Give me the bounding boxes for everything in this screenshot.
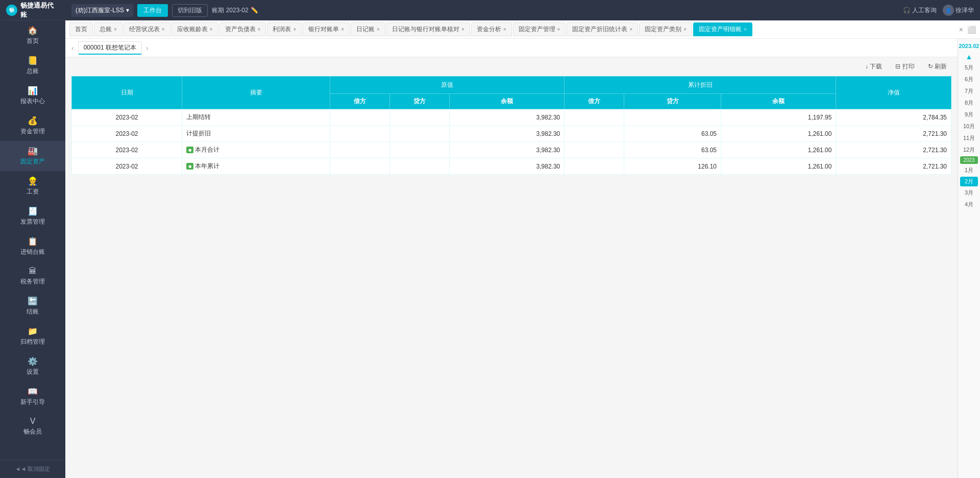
date-month-item[interactable]: 7月 — [958, 85, 980, 97]
tab-item-0[interactable]: 首页 — [69, 22, 93, 36]
tab-item-10[interactable]: 固定资产管理× — [513, 22, 566, 36]
date-month-item[interactable]: 6月 — [958, 74, 980, 85]
tab-item-3[interactable]: 应收账龄表× — [172, 22, 218, 36]
cell-net-3: 2,721.30 — [836, 158, 951, 175]
sidebar-icon-10: 📁 — [28, 326, 38, 336]
col-yuanzhi: 原值 — [330, 77, 565, 94]
tab-item-1[interactable]: 总账× — [94, 22, 122, 36]
sidebar-icon-2: 📊 — [28, 86, 38, 95]
cell-ld-0 — [565, 109, 624, 126]
col-l-debit: 借方 — [565, 94, 624, 109]
tab-close-6[interactable]: × — [341, 27, 344, 32]
tab-close-8[interactable]: × — [461, 27, 464, 32]
tab-item-6[interactable]: 银行对账单× — [303, 22, 350, 36]
period-value: 2023-02 — [226, 7, 249, 14]
sidebar-unpin[interactable]: ◄◄ 取消固定 — [0, 460, 65, 478]
date-month-item[interactable]: 9月 — [958, 109, 980, 121]
sidebar-item-11[interactable]: ⚙️设置 — [0, 351, 65, 381]
tab-label-0: 首页 — [75, 25, 87, 34]
close-all-icon[interactable]: × — [959, 26, 963, 34]
tab-item-2[interactable]: 经营状况表× — [124, 22, 170, 36]
refresh-button[interactable]: ↻ 刷新 — [923, 60, 951, 73]
tab-close-4[interactable]: × — [258, 27, 261, 32]
date-month-item[interactable]: 2月 — [960, 177, 977, 186]
tab-label-6: 银行对账单 — [308, 25, 339, 34]
tab-close-9[interactable]: × — [503, 27, 506, 32]
tab-item-13[interactable]: 固定资产明细账× — [693, 22, 752, 36]
sidebar-item-6[interactable]: 🧾发票管理 — [0, 201, 65, 231]
tab-item-8[interactable]: 日记账与银行对账单核对× — [386, 22, 470, 36]
switch-old-button[interactable]: 切到旧版 — [172, 4, 208, 17]
date-month-item[interactable]: 10月 — [958, 121, 980, 132]
sidebar: 畅 畅捷通易代账 🏠首页📒总账📊报表中心💰资金管理🏭固定资产👷工资🧾发票管理📋进… — [0, 0, 65, 478]
date-month-item[interactable]: 5月 — [958, 62, 980, 74]
date-month-item[interactable]: 3月 — [958, 187, 980, 199]
tab-label-13: 固定资产明细账 — [699, 25, 742, 34]
service-label: 人工客询 — [912, 6, 937, 15]
sidebar-item-7[interactable]: 📋进销台账 — [0, 231, 65, 261]
tab-close-1[interactable]: × — [114, 27, 117, 32]
tag-2: ■ — [186, 147, 193, 153]
sidebar-item-3[interactable]: 💰资金管理 — [0, 111, 65, 141]
tab-item-4[interactable]: 资产负债表× — [219, 22, 266, 36]
tab-item-11[interactable]: 固定资产折旧统计表× — [567, 22, 638, 36]
date-month-item[interactable]: 8月 — [958, 97, 980, 109]
sidebar-item-5[interactable]: 👷工资 — [0, 171, 65, 201]
tab-item-12[interactable]: 固定资产类别× — [639, 22, 692, 36]
tab-close-10[interactable]: × — [557, 27, 560, 32]
sidebar-label-7: 进销台账 — [20, 248, 45, 256]
cell-yd-2 — [330, 142, 390, 158]
col-y-debit: 借方 — [330, 94, 390, 109]
print-button[interactable]: ⊟ 打印 — [891, 60, 919, 73]
tab-close-13[interactable]: × — [744, 27, 747, 32]
sidebar-icon-3: 💰 — [28, 116, 38, 126]
headset-icon: 🎧 — [903, 7, 911, 14]
date-month-item[interactable]: 12月 — [958, 144, 980, 156]
forward-arrow[interactable]: › — [146, 44, 149, 52]
tab-label-2: 经营状况表 — [129, 25, 160, 34]
period-edit-icon[interactable]: ✏️ — [251, 7, 258, 14]
sidebar-item-8[interactable]: 🏛税务管理 — [0, 261, 65, 291]
date-month-item[interactable]: 4月 — [958, 199, 980, 210]
date-month-item[interactable]: 11月 — [958, 132, 980, 144]
maximize-icon[interactable]: ⬜ — [967, 26, 976, 34]
dropdown-icon: ▾ — [126, 7, 129, 14]
date-panel-scroll-up[interactable]: ▲ — [966, 52, 973, 62]
cell-lc-1: 63.05 — [624, 126, 721, 142]
tab-item-5[interactable]: 利润表× — [267, 22, 302, 36]
company-selector[interactable]: (劝)江西服室-LSS ▾ — [71, 4, 133, 17]
sidebar-item-4[interactable]: 🏭固定资产 — [0, 141, 65, 171]
user-name[interactable]: 👤 徐泽华 — [943, 5, 974, 16]
date-month-item[interactable]: 1月 — [958, 164, 980, 176]
sidebar-label-12: 新手引导 — [20, 398, 45, 407]
cell-net-0: 2,784.35 — [836, 109, 951, 126]
sidebar-item-9[interactable]: 🔚结账 — [0, 291, 65, 321]
tab-label-5: 利润表 — [273, 25, 291, 34]
sidebar-logo: 畅 畅捷通易代账 — [0, 0, 65, 20]
breadcrumb-item[interactable]: 000001 联想笔记本 — [78, 41, 142, 55]
tab-close-3[interactable]: × — [210, 27, 213, 32]
main-area: (劝)江西服室-LSS ▾ 工作台 切到旧版 账期 2023-02 ✏️ 🎧 人… — [65, 0, 980, 478]
sidebar-item-13[interactable]: V畅会员 — [0, 412, 65, 441]
tab-label-1: 总账 — [100, 25, 112, 34]
tab-item-7[interactable]: 日记账× — [351, 22, 385, 36]
tab-close-11[interactable]: × — [629, 27, 632, 32]
cell-yb-2: 3,982.30 — [449, 142, 564, 158]
tab-close-5[interactable]: × — [293, 27, 296, 32]
download-button[interactable]: ↓ 下载 — [861, 60, 887, 73]
tab-close-7[interactable]: × — [377, 27, 380, 32]
tab-close-2[interactable]: × — [162, 27, 165, 32]
col-desc: 摘要 — [182, 77, 330, 109]
sidebar-label-4: 固定资产 — [20, 157, 45, 166]
sidebar-item-2[interactable]: 📊报表中心 — [0, 81, 65, 111]
tab-close-12[interactable]: × — [683, 27, 687, 32]
table-header-top: 日期 摘要 原值 累计折旧 净值 — [72, 77, 951, 94]
workbench-button[interactable]: 工作台 — [137, 4, 168, 17]
sidebar-item-1[interactable]: 📒总账 — [0, 51, 65, 81]
back-arrow[interactable]: ‹ — [71, 44, 74, 52]
sidebar-item-12[interactable]: 📖新手引导 — [0, 381, 65, 412]
user-service[interactable]: 🎧 人工客询 — [903, 6, 937, 15]
sidebar-item-0[interactable]: 🏠首页 — [0, 20, 65, 51]
tab-item-9[interactable]: 资金分析× — [471, 22, 512, 36]
sidebar-item-10[interactable]: 📁归档管理 — [0, 321, 65, 351]
